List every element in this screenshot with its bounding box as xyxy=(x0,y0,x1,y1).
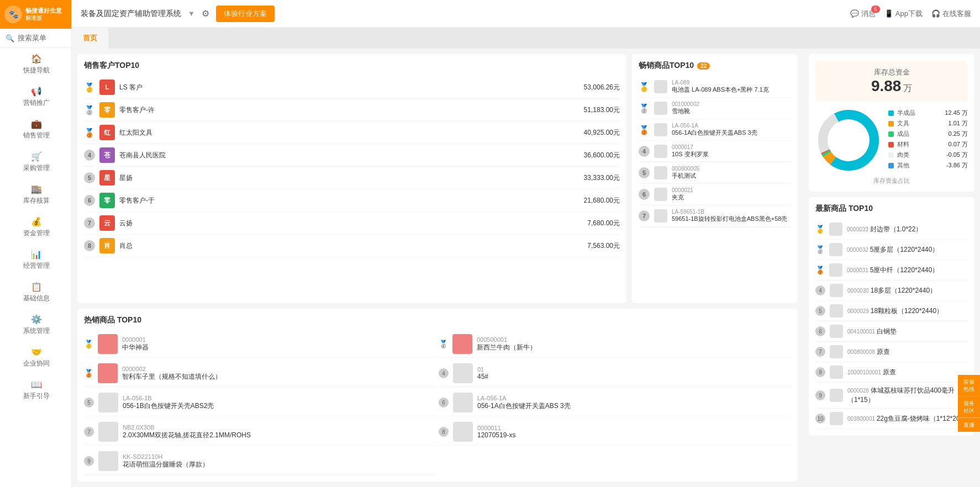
sidebar-item-system[interactable]: ⚙️ 系统管理 xyxy=(0,309,71,341)
sidebar-item-cooperation-label: 企业协同 xyxy=(23,359,50,368)
product-code: 0000028 xyxy=(847,388,871,394)
gold-medal-icon: 🥇 xyxy=(639,82,650,92)
product-code: 0000033 xyxy=(847,226,870,232)
product-code: KK-SD22110H xyxy=(123,453,436,460)
product-name: 雪地靴 xyxy=(672,107,791,115)
sales-icon: 💼 xyxy=(31,119,42,129)
service-community-button[interactable]: 服务社区 xyxy=(958,396,980,418)
product-name: 5厘多层（1220*2440） xyxy=(870,246,939,253)
legend-name: 半成品 xyxy=(897,109,941,117)
customer-value: 21,680.00元 xyxy=(584,196,620,205)
logo-badge: 标准版 xyxy=(25,14,62,22)
chart-footnote: 库存资金占比 xyxy=(815,177,968,185)
sidebar-item-sales-label: 销售管理 xyxy=(23,131,50,140)
sales-rank-item: 🥉 红 红太阳文具 40,925.00元 xyxy=(84,121,620,144)
service-button[interactable]: 🎧 在线客服 xyxy=(931,9,971,19)
customer-avatar: 肖 xyxy=(99,238,115,253)
message-button[interactable]: 💬 消息 6 xyxy=(850,9,876,19)
hot-product-item: 🥉 0000002 智利车子里（规格不知道填什么） xyxy=(84,360,436,387)
legend-name: 其他 xyxy=(897,161,943,170)
svg-point-5 xyxy=(828,119,870,161)
sales-rank-title: 销售客户TOP10 xyxy=(84,61,620,71)
new-product-item: 7 000800008 原查 xyxy=(815,342,968,362)
product-code: 0000029 xyxy=(847,308,871,314)
sales-rank-item: 🥈 零 零售客户-许 51,183.00元 xyxy=(84,99,620,121)
hot-product-item: 4 01 45# xyxy=(439,360,791,387)
product-icon xyxy=(830,366,843,379)
sidebar-item-shortcut-label: 快捷导航 xyxy=(23,66,50,75)
inventory-value: 9.88 xyxy=(871,77,902,94)
product-icon xyxy=(654,80,667,93)
legend-name: 肉类 xyxy=(897,151,943,159)
sidebar-item-finance[interactable]: 💰 资金管理 xyxy=(0,211,71,244)
logo-icon: 🐾 xyxy=(4,6,22,23)
new-products-list: 🥇 0000033 封边带（1.0*22） 🥈 0000032 5厘多层（122… xyxy=(815,219,968,429)
search-label: 搜索菜单 xyxy=(18,33,46,43)
rank-number: 7 xyxy=(815,347,825,357)
product-info: KK-SD22110H 花语萌恒温分腿睡袋（厚款） xyxy=(123,453,436,469)
legend-dot xyxy=(888,121,894,126)
new-product-item: 8 10000100001 原查 xyxy=(815,362,968,383)
app-download-button[interactable]: 📱 App下载 xyxy=(884,9,923,19)
product-code: 003800001 xyxy=(847,416,877,422)
customer-avatar: L xyxy=(99,80,115,95)
legend-item: 成品 0.25 万 xyxy=(888,130,968,138)
product-info: 0000017 10S 变利罗浆 xyxy=(672,144,791,158)
product-code: 0000030 xyxy=(847,288,871,294)
sidebar-item-basic[interactable]: 📋 基础信息 xyxy=(0,276,71,309)
hot-products-card: 热销商品 TOP10 🥇 0000001 中华神器 🥈 000500001 新西… xyxy=(77,309,798,481)
rank-number: 8 xyxy=(439,427,449,437)
new-product-item: 4 0000030 18多层（1220*2440） xyxy=(815,280,968,301)
sidebar-item-purchase[interactable]: 🛒 采购管理 xyxy=(0,146,71,178)
settings-icon[interactable]: ⚙ xyxy=(202,8,209,19)
trial-button[interactable]: 体验行业方案 xyxy=(216,6,275,22)
customer-name: 红太阳文具 xyxy=(119,128,579,137)
product-info: 01 45# xyxy=(477,366,791,380)
right-panel: 库存总资金 9.88 万 xyxy=(803,49,980,487)
sidebar-item-shortcut[interactable]: 🏠 快捷导航 xyxy=(0,48,71,81)
sidebar-item-operations-label: 经营管理 xyxy=(23,261,50,271)
new-products-title: 最新商品 TOP10 xyxy=(815,204,968,214)
product-icon xyxy=(830,284,843,297)
sidebar-item-operations[interactable]: 📊 经营管理 xyxy=(0,244,71,276)
product-icon xyxy=(829,243,842,256)
legend-dot xyxy=(888,142,894,147)
sidebar-search-item[interactable]: 🔍 搜索菜单 xyxy=(0,29,71,48)
top-row: 销售客户TOP10 🥇 L LS 客户 53,006.26元 🥈 零 零售客户-… xyxy=(77,54,798,303)
product-name: 2.0X30MM双搓花轴,搓花直径2.1MM/ROHS xyxy=(123,431,436,440)
product-name: 12070519-xs xyxy=(477,431,791,439)
product-code: LA-056-1B xyxy=(123,395,436,401)
hot-product-item: 9 KK-SD22110H 花语萌恒温分腿睡袋（厚款） xyxy=(84,448,436,475)
silver-medal-icon: 🥈 xyxy=(439,340,448,348)
product-name: 22g鱼豆腐-烧烤味（1*12*20） xyxy=(877,415,967,422)
message-badge: 6 xyxy=(871,6,880,13)
live-broadcast-button[interactable]: 直播 xyxy=(958,418,980,432)
hot-product-item: 8 0000011 12070519-xs xyxy=(439,419,791,446)
sidebar-item-inventory[interactable]: 🏬 库存核算 xyxy=(0,178,71,211)
product-icon xyxy=(830,412,843,425)
sidebar-item-cooperation[interactable]: 🤝 企业协同 xyxy=(0,341,71,374)
sidebar-item-guide[interactable]: 📖 新手引导 xyxy=(0,374,71,406)
sidebar-item-sales[interactable]: 💼 销售管理 xyxy=(0,113,71,146)
product-code: LA-056-1A xyxy=(477,395,791,401)
customer-value: 7,680.00元 xyxy=(587,219,620,228)
product-name: 白钢垫 xyxy=(877,327,897,335)
customer-hotline-button[interactable]: 客服热线 xyxy=(958,375,980,396)
sidebar-item-finance-label: 资金管理 xyxy=(23,229,50,238)
chevron-down-icon[interactable]: ▼ xyxy=(188,9,195,18)
new-product-item: 10 003800001 22g鱼豆腐-烧烤味（1*12*20） xyxy=(815,409,968,429)
sidebar-item-marketing[interactable]: 📢 营销推广 xyxy=(0,81,71,113)
bestseller-item: 7 LA-59651-1B 59651-1B旋转投影灯电池盒ABS黑色+58壳 xyxy=(639,205,791,227)
product-name: 手机测试 xyxy=(672,172,791,180)
rank-number: 6 xyxy=(439,398,449,407)
cooperation-icon: 🤝 xyxy=(31,347,42,357)
rank-number: 4 xyxy=(815,285,825,295)
product-info: 0000011 12070519-xs xyxy=(477,425,791,439)
rank-number: 7 xyxy=(84,427,94,437)
product-code: 0000031 xyxy=(847,267,870,273)
product-info: 000800008 原查 xyxy=(847,347,968,357)
tab-home[interactable]: 首页 xyxy=(72,28,108,49)
customer-value: 40,925.00元 xyxy=(584,128,620,137)
product-icon xyxy=(829,223,842,236)
product-info: 0000021 夹克 xyxy=(672,187,791,202)
